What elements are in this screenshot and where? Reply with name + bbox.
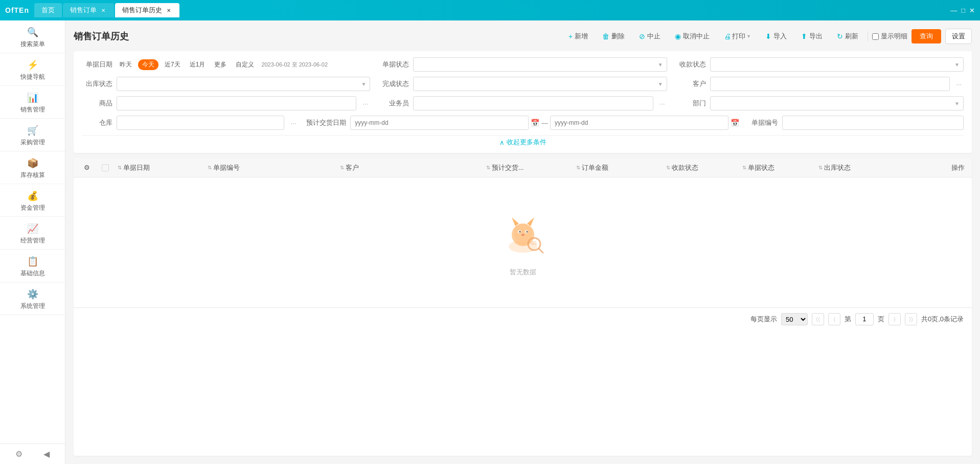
sidebar-item-quick-nav[interactable]: ⚡ 快捷导航 [0,53,65,86]
goods-input[interactable] [117,96,356,111]
tab-home[interactable]: 首页 [34,3,62,17]
receipt-status-select[interactable] [710,57,964,72]
collapse-label: 收起更多条件 [507,138,546,147]
department-select[interactable] [710,96,964,111]
tab-sales-order[interactable]: 销售订单 ✕ [63,3,114,17]
department-label: 部门 [675,99,706,108]
customer-more-icon[interactable]: ··· [954,80,964,88]
th-receipt[interactable]: ⇅ 收款状态 [663,163,739,172]
complete-select-wrap: ▼ [413,77,667,91]
th-date-sort-icon: ⇅ [118,165,122,170]
new-button[interactable]: + 新增 [563,30,593,43]
next-page-button[interactable]: ⟩ [888,313,901,325]
svg-marker-4 [527,217,534,226]
prev-page-button[interactable]: ⟨ [828,313,840,325]
salesperson-input[interactable] [413,96,653,111]
export-label: 导出 [809,32,823,41]
page-number-input[interactable] [855,313,874,325]
display-toggle-label: 显示明细 [881,32,907,41]
sidebar-collapse-icon[interactable]: ◀ [43,449,50,459]
display-toggle-checkbox[interactable] [872,33,879,40]
page-title: 销售订单历史 [74,30,129,42]
first-page-button[interactable]: ⟨⟨ [812,313,824,325]
delivery-date-from-input[interactable] [350,116,529,130]
delete-icon: 🗑 [602,32,609,40]
th-delivery[interactable]: ⇅ 预计交货... [483,163,573,172]
cancel-suspend-button[interactable]: ◉ 取消中止 [670,30,715,43]
collapse-bar[interactable]: ∧ 收起更多条件 [82,135,964,147]
sidebar-item-operations[interactable]: 📈 经营管理 [0,217,65,250]
shortcut-yesterday[interactable]: 昨天 [117,59,135,70]
settings-gear-icon: ⚙ [84,164,90,171]
th-customer[interactable]: ⇅ 客户 [337,163,483,172]
sidebar-item-sales-mgmt[interactable]: 📊 销售管理 [0,86,65,119]
bill-number-input[interactable] [782,116,964,130]
th-stock-sort-icon: ⇅ [818,165,823,170]
bill-status-select[interactable] [413,57,667,72]
tab-sales-order-close[interactable]: ✕ [100,7,107,14]
delivery-date-from-calendar-icon[interactable]: 📅 [531,119,539,127]
th-receipt-label: 收款状态 [672,163,698,172]
warehouse-input[interactable] [117,116,284,130]
settings-button[interactable]: 设置 [945,29,972,44]
sidebar-item-inventory[interactable]: 📦 库存核算 [0,151,65,184]
delivery-date-to-input[interactable] [550,116,728,130]
window-close[interactable]: ✕ [969,7,975,14]
shortcut-custom[interactable]: 自定义 [233,59,257,70]
complete-select[interactable] [413,77,667,91]
th-amount-label: 订单金额 [582,163,608,172]
th-stock-label: 出库状态 [824,163,851,172]
shortcut-more[interactable]: 更多 [211,59,230,70]
window-maximize[interactable]: □ [961,7,965,14]
filter-receipt-status: 收款状态 ▼ [675,57,964,72]
salesperson-more-icon[interactable]: ··· [657,100,667,107]
sidebar-item-sys-mgmt[interactable]: ⚙️ 系统管理 [0,282,65,315]
svg-line-11 [539,249,543,253]
delivery-date-to-calendar-icon[interactable]: 📅 [731,119,739,127]
sidebar-item-purchase-mgmt-label: 采购管理 [20,138,45,147]
export-button[interactable]: ⬆ 导出 [796,30,828,43]
suspend-button[interactable]: ⊘ 中止 [634,30,666,43]
window-minimize[interactable]: — [950,7,957,14]
shortcut-7days[interactable]: 近7天 [162,59,184,70]
import-button[interactable]: ⬇ 导入 [760,30,792,43]
th-bill[interactable]: ⇅ 单据状态 [739,163,815,172]
print-button[interactable]: 🖨 打印 ▼ [719,30,756,43]
inventory-icon: 📦 [27,158,38,169]
sidebar-item-finance[interactable]: 💰 资金管理 [0,184,65,217]
sidebar-item-search-menu[interactable]: 🔍 搜索菜单 [0,20,65,53]
th-stock[interactable]: ⇅ 出库状态 [815,163,892,172]
shortcut-1month[interactable]: 近1月 [187,59,209,70]
tab-sales-order-history-close[interactable]: ✕ [165,7,172,14]
th-number[interactable]: ⇅ 单据编号 [204,163,336,172]
goods-more-icon[interactable]: ··· [360,100,370,107]
stock-out-select[interactable] [117,77,370,91]
tab-sales-order-history[interactable]: 销售订单历史 ✕ [115,3,179,17]
refresh-button[interactable]: ↻ 刷新 [832,30,863,43]
sidebar-item-operations-label: 经营管理 [20,236,45,245]
th-settings[interactable]: ⚙ [78,164,96,171]
delete-button[interactable]: 🗑 删除 [597,30,630,43]
th-amount[interactable]: ⇅ 订单金额 [573,163,663,172]
sidebar-item-sales-mgmt-label: 销售管理 [20,105,45,114]
sidebar-item-purchase-mgmt[interactable]: 🛒 采购管理 [0,119,65,151]
toolbar: + 新增 🗑 删除 ⊘ 中止 ◉ 取消中止 🖨 打印 [563,29,972,44]
page-size-select[interactable]: 10 20 50 100 [781,313,808,325]
last-page-button[interactable]: ⟩⟩ [905,313,917,325]
delivery-date-range: 📅 — 📅 [350,116,739,130]
th-number-sort-icon: ⇅ [208,165,212,170]
th-action-label: 操作 [951,163,965,172]
select-all-checkbox[interactable] [102,164,109,171]
customer-input[interactable] [710,77,950,91]
display-toggle[interactable]: 显示明细 [872,32,907,41]
th-date[interactable]: ⇅ 单据日期 [115,163,204,172]
warehouse-more-icon[interactable]: ··· [288,119,298,127]
sidebar-item-base-info[interactable]: 📋 基础信息 [0,250,65,282]
th-checkbox[interactable] [96,164,115,171]
shortcut-today[interactable]: 今天 [138,59,158,70]
sidebar-settings-icon[interactable]: ⚙ [15,449,22,459]
page-suffix: 页 [878,315,884,324]
query-button[interactable]: 查询 [911,29,941,43]
filter-stock-out: 出库状态 ▼ [82,77,370,91]
export-icon: ⬆ [801,32,807,40]
